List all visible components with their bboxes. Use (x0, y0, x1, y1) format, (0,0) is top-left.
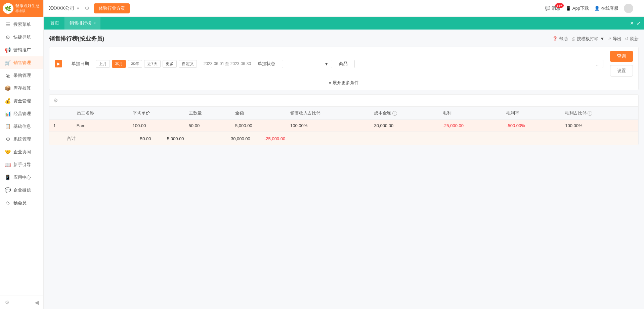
template-print-button[interactable]: 🖨 按模板打印 ▼ (571, 36, 604, 42)
export-button[interactable]: ↗ 导出 (608, 36, 621, 42)
col-sales-pct: 销售收入占比% (286, 107, 370, 120)
sidebar-icon-basic: 📋 (5, 123, 11, 130)
app-download-button[interactable]: 📱 App下载 (566, 5, 589, 11)
goods-more-icon[interactable]: ... (596, 61, 600, 66)
settings-footer-icon[interactable]: ⚙ (5, 299, 9, 306)
filter-settings-button[interactable]: 设置 (610, 65, 633, 76)
company-name: XXXXX公司 (49, 5, 74, 11)
message-button[interactable]: 💬 消息 99+ (545, 5, 560, 11)
sidebar-item-operations[interactable]: 📊经营管理 (0, 107, 43, 120)
cell-gross: -25,000.00 (439, 120, 502, 132)
collapse-sidebar-icon[interactable]: ◀ (35, 299, 39, 306)
query-button[interactable]: 查询 (610, 51, 633, 62)
page-title: 销售排行榜(按业务员) (49, 35, 104, 43)
sidebar-icon-search: ☰ (5, 21, 11, 28)
sidebar-label-basic: 基础信息 (13, 123, 31, 130)
sidebar-logo: 🌿 畅康通好生意 标准版 (0, 0, 43, 17)
main-area: XXXXX公司 ▼ ⚙ 体验行业方案 💬 消息 99+ 📱 App下载 👤 在线… (44, 0, 644, 309)
expand-more-conditions-button[interactable]: ▾ 展开更多条件 (329, 80, 359, 86)
footer-total-label: 合计 (67, 136, 76, 142)
sidebar-label-system: 系统管理 (13, 136, 31, 142)
sidebar-icon-sales: 🛒 (5, 60, 11, 66)
user-avatar[interactable] (624, 4, 633, 13)
cell-avg-price: 100.00 (129, 120, 185, 132)
filter-expand-row: ▾ 展开更多条件 (55, 80, 633, 86)
sidebar-item-appstore[interactable]: 📱应用中心 (0, 171, 43, 184)
col-gross-pct: 毛利占比%i (561, 107, 638, 120)
filter-right-actions: 查询 设置 (610, 51, 633, 76)
sidebar-label-collab: 企业协同 (13, 149, 31, 155)
date-7days[interactable]: 近7天 (144, 60, 161, 68)
table-row: 1 Eam 100.00 50.00 5,000.00 100.00% 30,0… (49, 120, 638, 132)
goods-input[interactable]: ... (354, 60, 603, 68)
company-selector[interactable]: XXXXX公司 ▼ (49, 5, 80, 11)
table-toolbar: ⚙ (49, 95, 638, 107)
filter-expand-arrow[interactable]: ▶ (55, 60, 62, 67)
tab-minimize-icon[interactable]: ✕ (630, 20, 634, 26)
message-icon: 💬 (545, 6, 550, 11)
sidebar-item-purchase[interactable]: 🛍采购管理 (0, 69, 43, 82)
cell-rank: 1 (49, 120, 73, 132)
sidebar-icon-system: ⚙ (5, 136, 11, 142)
online-service-button[interactable]: 👤 在线客服 (594, 5, 618, 11)
sidebar-item-search[interactable]: ☰搜索菜单 (0, 18, 43, 31)
sidebar-label-quick-nav: 快捷导航 (13, 34, 31, 40)
message-badge: 99+ (555, 3, 564, 8)
sidebar-item-wechat[interactable]: 💬企业微信 (0, 184, 43, 197)
sidebar-item-quick-nav[interactable]: ⊙快捷导航 (0, 31, 43, 44)
cell-amount: 5,000.00 (231, 120, 286, 132)
topbar-gear-icon[interactable]: ⚙ (85, 5, 89, 11)
sidebar-item-marketing[interactable]: 📢营销推广 (0, 44, 43, 56)
tab-expand-icon[interactable]: ⤢ (637, 20, 641, 26)
footer-amount: 5,000.00 (163, 136, 193, 141)
sidebar-icon-purchase: 🛍 (5, 73, 11, 79)
sidebar-icon-inventory: 📦 (5, 85, 11, 91)
col-cost: 成本全额i (370, 107, 438, 120)
date-last-month[interactable]: 上月 (96, 60, 110, 68)
sidebar-icon-collab: 🤝 (5, 149, 11, 155)
sidebar-item-guide[interactable]: 📖新手引导 (0, 158, 43, 171)
sidebar-label-appstore: 应用中心 (13, 174, 31, 181)
help-button[interactable]: ❓ 帮助 (552, 36, 568, 42)
sidebar-item-sales[interactable]: 🛒销售管理 (0, 56, 43, 69)
tab-home[interactable]: 首页 (45, 17, 65, 30)
date-this-month[interactable]: 本月 (112, 60, 126, 68)
sidebar-item-member[interactable]: ◇畅会员 (0, 197, 43, 209)
sidebar-icon-finance: 💰 (5, 98, 11, 104)
sidebar-icon-member: ◇ (5, 200, 11, 206)
logo-icon: 🌿 (3, 3, 13, 14)
refresh-button[interactable]: ↺ 刷新 (625, 36, 639, 42)
date-custom[interactable]: 自定义 (179, 60, 197, 68)
status-select[interactable]: ▼ (282, 60, 332, 68)
date-more[interactable]: 更多 (163, 60, 177, 68)
col-gross-rate: 毛利率 (502, 107, 561, 120)
status-select-arrow: ▼ (324, 61, 329, 66)
tab-sales-ranking[interactable]: 销售排行榜 × (65, 17, 100, 30)
topbar: XXXXX公司 ▼ ⚙ 体验行业方案 💬 消息 99+ 📱 App下载 👤 在线… (44, 0, 644, 17)
sidebar-label-sales: 销售管理 (13, 60, 31, 66)
footer-gross: -25,000.00 (260, 136, 294, 141)
cost-info-icon[interactable]: i (392, 111, 397, 116)
sidebar-item-finance[interactable]: 💰资金管理 (0, 95, 43, 107)
sidebar-item-basic[interactable]: 📋基础信息 (0, 120, 43, 133)
date-this-year[interactable]: 本年 (128, 60, 142, 68)
sidebar-label-finance: 资金管理 (13, 98, 31, 104)
try-industry-button[interactable]: 体验行业方案 (94, 3, 130, 13)
app-download-icon: 📱 (566, 6, 571, 11)
sidebar-item-inventory[interactable]: 📦库存核算 (0, 82, 43, 95)
gross-pct-info-icon[interactable]: i (588, 111, 592, 116)
sidebar-nav: ☰搜索菜单⊙快捷导航📢营销推广🛒销售管理🛍采购管理📦库存核算💰资金管理📊经营管理… (0, 17, 43, 296)
sidebar-item-system[interactable]: ⚙系统管理 (0, 133, 43, 146)
table-settings-icon[interactable]: ⚙ (53, 97, 58, 104)
footer-qty: 50.00 (136, 136, 163, 141)
sidebar-item-collab[interactable]: 🤝企业协同 (0, 146, 43, 158)
date-filter-group: 上月 本月 本年 近7天 更多 自定义 (96, 60, 197, 68)
sidebar-footer: ⚙ ◀ (0, 296, 43, 309)
tab-close-icon[interactable]: × (93, 21, 96, 25)
date-filter-label: 单据日期 (72, 61, 89, 67)
sidebar-label-search: 搜索菜单 (13, 21, 31, 28)
cell-cost: 30,000.00 (370, 120, 438, 132)
rankings-table: 员工名称 平均单价 主数量 全额 销售收入占比% 成本全额i 毛利 毛利率 毛利… (49, 107, 638, 132)
company-dropdown-arrow: ▼ (76, 6, 80, 10)
footer-cost: 30,000.00 (227, 136, 260, 141)
